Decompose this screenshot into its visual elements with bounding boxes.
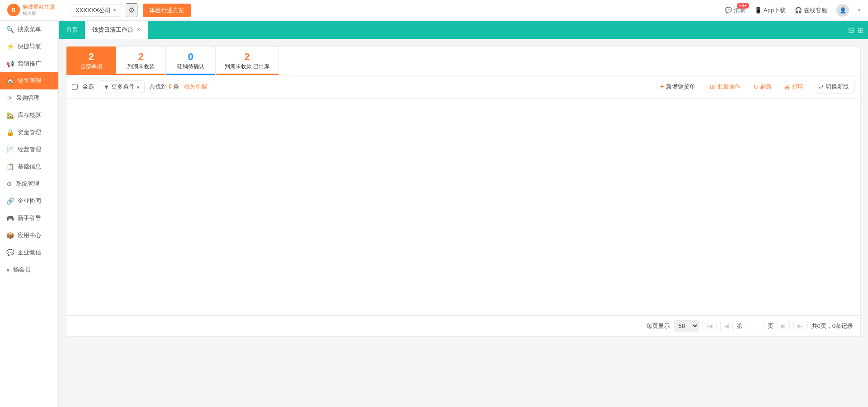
found-count: 0: [169, 83, 172, 90]
sidebar-item-app-center[interactable]: 📦 应用中心: [0, 227, 58, 244]
batch-operation-button[interactable]: ⊞ 批量操作: [706, 81, 744, 93]
page-size-select[interactable]: 50 10 20 100: [674, 320, 699, 332]
settings-button[interactable]: ⚙: [126, 3, 137, 17]
message-icon: 💬: [725, 7, 732, 14]
filter-button[interactable]: ▼ 更多条件 ∨: [99, 80, 145, 93]
company-selector[interactable]: XXXXXX公司 ▾: [71, 4, 121, 17]
stat-tab-shipped[interactable]: 2 到期未收款 已出库: [216, 47, 279, 75]
found-unit: 条: [173, 83, 179, 90]
select-all-checkbox[interactable]: [72, 84, 78, 90]
page-text-pre: 第: [736, 322, 742, 330]
cooperation-icon: 🔗: [6, 197, 14, 205]
main-content: 2 全部单据 2 到期未收款 0 旺铺待确认 2 到期未收款 已出库 全选 ▼ …: [59, 39, 868, 407]
sidebar-label-inventory: 库存核算: [18, 111, 41, 119]
sidebar-item-cooperation[interactable]: 🔗 企业协同: [0, 192, 58, 210]
app-name: 畅捷通好生意: [23, 4, 55, 10]
content-area: [66, 98, 861, 315]
stat-count-overdue: 2: [125, 51, 156, 63]
tab-work[interactable]: 钱货日清工作台 ✕: [85, 21, 148, 39]
sidebar-item-member[interactable]: ♦ 畅会员: [0, 261, 58, 278]
stat-tab-pending[interactable]: 0 旺铺待确认: [166, 47, 216, 75]
app-logo: 6: [7, 4, 20, 16]
refresh-button[interactable]: ↻ 刷新: [750, 81, 775, 93]
sidebar-label-basic-info: 基础信息: [18, 163, 41, 171]
toolbar: 全选 ▼ 更多条件 ∨ 共找到 0 条 相关单据 + 新增销货单 ⊞ 批量操作: [66, 75, 861, 98]
user-name-area[interactable]: ▾: [858, 7, 861, 13]
stat-tab-all[interactable]: 2 全部单据: [66, 47, 116, 75]
tab-home[interactable]: 首页: [59, 21, 85, 39]
sidebar-item-enterprise-wechat[interactable]: 💬 企业微信: [0, 244, 58, 261]
guide-icon: 🎮: [6, 215, 14, 222]
prev-page-button[interactable]: ◀: [720, 321, 733, 331]
tab-close-icon[interactable]: ✕: [136, 27, 141, 33]
batch-icon: ⊞: [710, 83, 715, 90]
stat-tab-overdue[interactable]: 2 到期未收款: [116, 47, 166, 75]
sidebar-item-search[interactable]: 🔍 搜索菜单: [0, 21, 58, 38]
sidebar-item-inventory[interactable]: 🏡 库存核算: [0, 107, 58, 124]
sidebar-label-app-center: 应用中心: [18, 231, 41, 239]
enterprise-wechat-icon: 💬: [6, 249, 14, 256]
stat-count-shipped: 2: [225, 51, 269, 63]
add-icon: +: [660, 83, 664, 91]
page-number-input[interactable]: 1: [746, 321, 764, 331]
stat-count-pending: 0: [175, 51, 206, 63]
window-minimize-icon[interactable]: ⊟: [848, 26, 854, 34]
sidebar-item-capital[interactable]: 🔒 资金管理: [0, 124, 58, 141]
sidebar-item-marketing[interactable]: 📢 营销推广: [0, 55, 58, 72]
filter-chevron-icon: ∨: [137, 84, 140, 89]
operations-icon: 📄: [6, 146, 14, 153]
next-page-button[interactable]: ▶: [777, 321, 790, 331]
sidebar-item-guide[interactable]: 🎮 新手引导: [0, 210, 58, 227]
tab-bar: 首页 钱货日清工作台 ✕ ⊟ ⊞: [59, 21, 868, 39]
avatar-icon: 👤: [840, 7, 846, 14]
inventory-icon: 🏡: [6, 112, 14, 119]
message-badge: 99+: [737, 3, 749, 9]
sidebar-label-guide: 新手引导: [18, 214, 41, 222]
sidebar-label-cooperation: 企业协同: [18, 197, 41, 205]
stats-tabs: 2 全部单据 2 到期未收款 0 旺铺待确认 2 到期未收款 已出库: [66, 46, 861, 75]
first-page-button[interactable]: |◀: [703, 321, 717, 331]
sidebar-item-quick-nav[interactable]: ⚡ 快捷导航: [0, 38, 58, 55]
sales-icon: 🏠: [6, 77, 14, 84]
member-icon: ♦: [6, 266, 9, 273]
tab-window-controls: ⊟ ⊞: [848, 26, 868, 34]
trial-button[interactable]: 体验行业方案: [143, 4, 191, 17]
app-download-button[interactable]: 📱 App下载: [755, 6, 786, 14]
window-maximize-icon[interactable]: ⊞: [858, 26, 863, 34]
stat-count-all: 2: [75, 51, 107, 63]
last-page-button[interactable]: ▶|: [793, 321, 807, 331]
filter-icon: ▼: [104, 84, 109, 90]
sidebar-item-sales[interactable]: 🏠 销售管理: [0, 72, 58, 89]
tab-home-label: 首页: [66, 26, 78, 34]
service-icon: 🎧: [795, 7, 802, 14]
batch-label: 批量操作: [717, 83, 741, 91]
page-text-post: 页: [768, 322, 774, 330]
sidebar-item-operations[interactable]: 📄 经营管理: [0, 141, 58, 158]
basic-info-icon: 📋: [6, 163, 14, 170]
quick-nav-icon: ⚡: [6, 43, 14, 50]
online-service-button[interactable]: 🎧 在线客服: [795, 6, 827, 14]
company-name: XXXXXX公司: [75, 6, 111, 14]
total-records-text: 共0页，0条记录: [811, 322, 853, 330]
related-link[interactable]: 相关单据: [184, 83, 207, 91]
add-sales-order-button[interactable]: + 新增销货单: [655, 80, 701, 93]
print-button[interactable]: 🖨 打印: [781, 81, 807, 93]
sidebar-label-enterprise-wechat: 企业微信: [18, 248, 41, 257]
switch-icon: ⇄: [819, 84, 824, 90]
message-button[interactable]: 💬 消息 99+: [725, 6, 745, 14]
user-avatar[interactable]: 👤: [836, 4, 849, 17]
refresh-icon: ↻: [753, 84, 758, 90]
capital-icon: 🔒: [6, 129, 14, 136]
print-label: 打印: [792, 83, 804, 91]
sidebar-item-system[interactable]: ⚙ 系统管理: [0, 175, 58, 192]
header-right: 💬 消息 99+ 📱 App下载 🎧 在线客服 👤 ▾: [725, 4, 861, 17]
marketing-icon: 📢: [6, 60, 14, 67]
print-icon: 🖨: [784, 84, 790, 90]
sidebar-item-basic-info[interactable]: 📋 基础信息: [0, 158, 58, 175]
toolbar-left: 全选 ▼ 更多条件 ∨ 共找到 0 条 相关单据: [72, 80, 649, 93]
switch-version-button[interactable]: ⇄ 切换新版: [813, 80, 855, 94]
refresh-label: 刷新: [760, 83, 772, 91]
sidebar-item-purchase[interactable]: 🛍 采购管理: [0, 89, 58, 107]
toolbar-right: + 新增销货单 ⊞ 批量操作 ↻ 刷新 🖨 打印 ⇄ 切换新版: [655, 80, 855, 94]
select-all-label: 全选: [82, 83, 94, 91]
